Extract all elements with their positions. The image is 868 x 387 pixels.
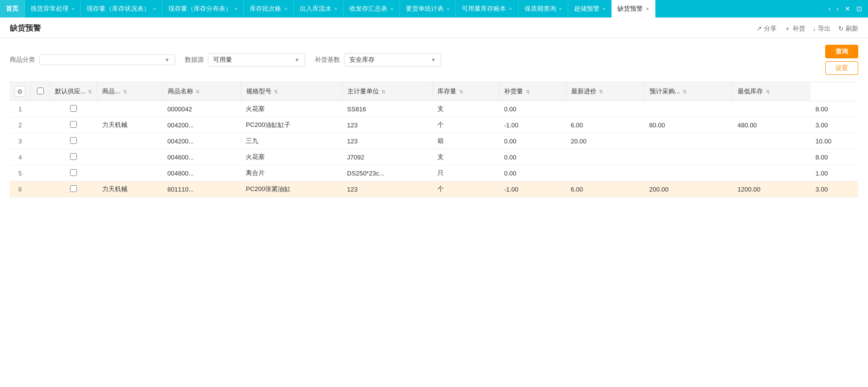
close-tab-7[interactable]: × bbox=[447, 6, 450, 12]
nav-prev-button[interactable]: ‹ bbox=[826, 4, 834, 14]
category-dropdown-arrow: ▼ bbox=[164, 57, 170, 63]
col-header-product-name[interactable]: 商品名称 ⇅ bbox=[163, 82, 241, 101]
datasource-label: 数据源 bbox=[185, 55, 204, 64]
tab-current-stock-status[interactable]: 现存量（库存状况表） × bbox=[81, 0, 162, 18]
row-checkbox-cell bbox=[50, 117, 97, 133]
datasource-selected-value: 可用量 bbox=[213, 55, 290, 64]
close-tab-9[interactable]: × bbox=[559, 6, 562, 12]
category-filter-group: 商品分类 ▼ bbox=[10, 54, 175, 65]
tab-overstock-warning[interactable]: 超储预警 × bbox=[568, 0, 612, 18]
data-table: ⚙ 默认供应... ⇅ 商品... ⇅ 商品名称 ⇅ bbox=[10, 82, 858, 197]
latest-price-sort-icon: ⇅ bbox=[599, 89, 603, 94]
row-replenish: 6.00 bbox=[566, 117, 644, 133]
row-checkbox-3[interactable] bbox=[70, 153, 77, 160]
row-product-name: 离合片 bbox=[241, 165, 342, 181]
settings-button[interactable]: 设置 bbox=[825, 61, 858, 75]
tab-home[interactable]: 首页 bbox=[0, 0, 25, 18]
category-select[interactable]: ▼ bbox=[39, 54, 175, 65]
row-supplier bbox=[97, 165, 163, 181]
col-header-spec[interactable]: 规格型号 ⇅ bbox=[241, 82, 342, 101]
col-header-replenish[interactable]: 补货量 ⇅ bbox=[499, 82, 566, 101]
close-tab-2[interactable]: × bbox=[153, 6, 156, 12]
nav-next-button[interactable]: › bbox=[833, 4, 842, 14]
refresh-button[interactable]: ↻ 刷新 bbox=[838, 24, 858, 33]
table-container: ⚙ 默认供应... ⇅ 商品... ⇅ 商品名称 ⇅ bbox=[0, 82, 868, 197]
nav-expand-button[interactable]: ⊡ bbox=[853, 4, 865, 14]
row-product-name: 三九 bbox=[241, 133, 342, 149]
tab-available-ledger[interactable]: 可用量库存账本 × bbox=[456, 0, 518, 18]
row-checkbox-0[interactable] bbox=[70, 105, 77, 112]
col-header-product-code[interactable]: 商品... ⇅ bbox=[97, 82, 163, 101]
close-tab-11[interactable]: × bbox=[646, 6, 649, 12]
col-header-latest-price[interactable]: 最新进价 ⇅ bbox=[566, 82, 644, 101]
page-title: 缺货预警 bbox=[10, 23, 41, 34]
row-unit: 个 bbox=[433, 117, 499, 133]
datasource-filter-group: 数据源 可用量 ▼ bbox=[185, 53, 305, 67]
table-row: 3 004200... 三九 123 箱 0.00 20.00 10.00 bbox=[10, 133, 858, 149]
share-button[interactable]: ↗ 分享 bbox=[757, 24, 777, 33]
row-spec: 123 bbox=[342, 117, 432, 133]
close-tab-6[interactable]: × bbox=[390, 6, 393, 12]
query-button[interactable]: 查询 bbox=[825, 45, 858, 58]
close-tab-5[interactable]: × bbox=[334, 6, 337, 12]
tab-stockout-warning[interactable]: 缺货预警 × bbox=[612, 0, 655, 18]
row-checkbox-2[interactable] bbox=[70, 137, 77, 144]
replenish-base-select[interactable]: 安全库存 ▼ bbox=[344, 53, 441, 67]
close-tab-4[interactable]: × bbox=[284, 6, 287, 12]
row-product-code: 801110... bbox=[163, 181, 241, 197]
row-spec: 123 bbox=[342, 181, 432, 197]
row-stock: -1.00 bbox=[499, 181, 566, 197]
nav-close-button[interactable]: ✕ bbox=[842, 4, 853, 14]
tab-inout-flow[interactable]: 出入库流水 × bbox=[294, 0, 344, 18]
row-latest-price bbox=[644, 149, 732, 165]
tab-current-stock-dist[interactable]: 现存量（库存分布表） × bbox=[163, 0, 244, 18]
row-latest-price: 200.00 bbox=[644, 181, 732, 197]
refresh-icon: ↻ bbox=[838, 25, 844, 32]
row-estimated-purchase bbox=[733, 133, 811, 149]
tab-requisition-stat[interactable]: 要货单统计表 × bbox=[400, 0, 456, 18]
row-settings-cell bbox=[31, 149, 50, 165]
row-index: 6 bbox=[10, 181, 31, 197]
row-stock: 0.00 bbox=[499, 165, 566, 181]
tab-pick-exception[interactable]: 拣货异常处理 × bbox=[25, 0, 81, 18]
row-latest-price bbox=[644, 101, 732, 117]
close-tab-10[interactable]: × bbox=[602, 6, 605, 12]
close-tab-8[interactable]: × bbox=[509, 6, 512, 12]
select-all-checkbox[interactable] bbox=[37, 88, 44, 94]
col-header-unit[interactable]: 主计量单位 ⇅ bbox=[342, 82, 432, 101]
tab-batch-account[interactable]: 库存批次账 × bbox=[244, 0, 293, 18]
close-tab-1[interactable]: × bbox=[72, 6, 74, 12]
row-replenish bbox=[566, 101, 644, 117]
row-supplier bbox=[97, 149, 163, 165]
nav-tabs: 首页 拣货异常处理 × 现存量（库存状况表） × 现存量（库存分布表） × 库存… bbox=[0, 0, 868, 18]
tab-shelf-life[interactable]: 保质期查询 × bbox=[519, 0, 568, 18]
row-checkbox-1[interactable] bbox=[70, 121, 77, 128]
column-settings-icon[interactable]: ⚙ bbox=[15, 86, 25, 97]
table-row: 6 力天机械 801110... PC200张紧油缸 123 个 -1.00 6… bbox=[10, 181, 858, 197]
unit-sort-icon: ⇅ bbox=[381, 89, 385, 94]
row-supplier: 力天机械 bbox=[97, 117, 163, 133]
row-settings-cell bbox=[31, 117, 50, 133]
row-checkbox-4[interactable] bbox=[70, 169, 77, 176]
replenish-icon: ＋ bbox=[784, 24, 791, 33]
close-tab-3[interactable]: × bbox=[235, 6, 237, 12]
datasource-select[interactable]: 可用量 ▼ bbox=[208, 53, 305, 67]
col-header-supplier[interactable]: 默认供应... ⇅ bbox=[50, 82, 97, 101]
main-content: 缺货预警 ↗ 分享 ＋ 补货 ↓ 导出 ↻ 刷新 商品分类 bbox=[0, 18, 868, 387]
row-product-name: 火花塞 bbox=[241, 101, 342, 117]
export-button[interactable]: ↓ 导出 bbox=[813, 24, 831, 33]
row-index: 2 bbox=[10, 117, 31, 133]
row-unit: 箱 bbox=[433, 133, 499, 149]
row-checkbox-cell bbox=[50, 101, 97, 117]
row-checkbox-5[interactable] bbox=[70, 185, 77, 192]
col-header-stock[interactable]: 库存量 ⇅ bbox=[433, 82, 499, 101]
tab-collection-summary[interactable]: 收发存汇总表 × bbox=[344, 0, 399, 18]
col-header-estimated-purchase[interactable]: 预计采购... ⇅ bbox=[644, 82, 732, 101]
col-header-min-stock[interactable]: 最低库存 ⇅ bbox=[733, 82, 811, 101]
min-stock-sort-icon: ⇅ bbox=[766, 89, 770, 94]
row-latest-price bbox=[644, 165, 732, 181]
replenish-sort-icon: ⇅ bbox=[526, 89, 530, 94]
replenish-button[interactable]: ＋ 补货 bbox=[784, 24, 805, 33]
row-index: 1 bbox=[10, 101, 31, 117]
row-checkbox-cell bbox=[50, 149, 97, 165]
